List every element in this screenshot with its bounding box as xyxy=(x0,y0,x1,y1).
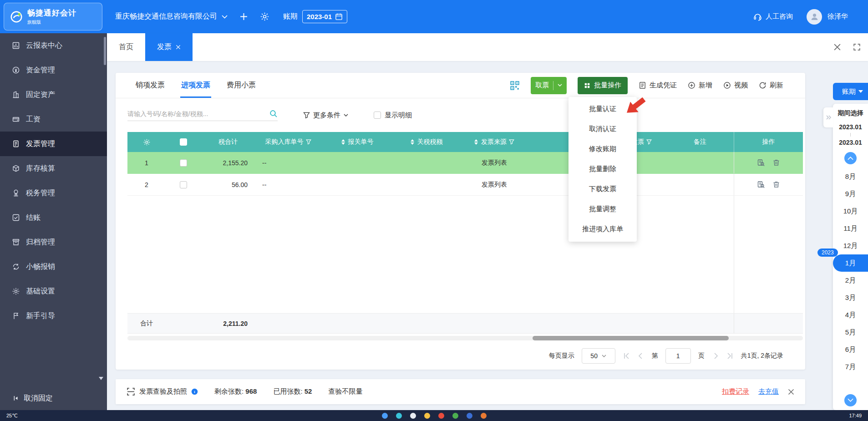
info-icon[interactable] xyxy=(191,388,198,395)
add-button[interactable]: 新增 xyxy=(688,81,712,90)
month-item[interactable]: 12月 xyxy=(833,237,868,254)
month-item[interactable]: 10月 xyxy=(833,203,868,220)
sidebar-item-cloud-report[interactable]: 云报表中心 xyxy=(0,33,107,58)
menu-item-batch-delete[interactable]: 批量删除 xyxy=(569,159,637,179)
view-invoice-icon[interactable] xyxy=(757,159,765,167)
sidebar-item-funds[interactable]: 资金管理 xyxy=(0,58,107,82)
column-settings-button[interactable] xyxy=(127,138,166,146)
month-item[interactable]: 2月 xyxy=(833,272,868,289)
taskbar-app-icon[interactable] xyxy=(467,413,472,419)
col-tax-total[interactable]: 税合计 xyxy=(201,138,255,146)
generate-voucher-button[interactable]: 生成凭证 xyxy=(639,81,677,90)
tab-close-icon[interactable] xyxy=(176,45,181,50)
month-item[interactable]: 11月 xyxy=(833,220,868,237)
tab-invoice[interactable]: 发票 xyxy=(145,33,193,61)
support-link[interactable]: 人工咨询 xyxy=(753,12,793,21)
last-page-button[interactable] xyxy=(726,352,734,360)
month-item[interactable]: 5月 xyxy=(833,324,868,341)
month-item[interactable]: 8月 xyxy=(833,168,868,185)
refresh-button[interactable]: 刷新 xyxy=(759,81,783,90)
recharge-link[interactable]: 去充值 xyxy=(758,387,779,396)
sidebar-item-inventory[interactable]: 库存核算 xyxy=(0,156,107,181)
sidebar-item-invoice[interactable]: 发票管理 xyxy=(0,132,107,156)
qr-code-icon[interactable] xyxy=(510,81,520,91)
header-settings-icon[interactable] xyxy=(260,12,269,21)
month-item[interactable]: 4月 xyxy=(833,306,868,324)
next-page-button[interactable] xyxy=(712,352,719,360)
sidebar-item-reimburse[interactable]: 小畅报销 xyxy=(0,254,107,279)
delete-icon[interactable] xyxy=(772,159,780,167)
sidebar-item-closing[interactable]: 结账 xyxy=(0,205,107,230)
scrollbar-thumb[interactable] xyxy=(533,336,728,340)
sort-icon[interactable] xyxy=(341,139,345,145)
period-end-date[interactable]: 2023.01 xyxy=(839,137,862,147)
sort-icon[interactable] xyxy=(411,139,414,145)
search-icon[interactable] xyxy=(269,110,278,118)
sidebar-scroll-down-icon[interactable] xyxy=(99,377,103,380)
filter-funnel-icon[interactable] xyxy=(509,139,514,145)
close-bar-icon[interactable] xyxy=(788,389,794,395)
video-button[interactable]: 视频 xyxy=(723,81,748,90)
taskbar-app-icon[interactable] xyxy=(481,413,487,419)
menu-item-cancel-certify[interactable]: 取消认证 xyxy=(569,119,637,139)
prev-page-button[interactable] xyxy=(637,352,645,360)
batch-operations-button[interactable]: 批量操作 xyxy=(578,77,628,94)
sidebar-item-salary[interactable]: 工资 xyxy=(0,107,107,132)
menu-item-download-invoice[interactable]: 下载发票 xyxy=(569,179,637,199)
subtab-expense-ticket[interactable]: 费用小票 xyxy=(218,73,264,98)
first-page-button[interactable] xyxy=(623,352,630,360)
page-number-input[interactable] xyxy=(665,348,691,364)
taskbar-app-icon[interactable] xyxy=(424,413,430,419)
view-invoice-icon[interactable] xyxy=(757,181,765,189)
taskbar-app-icon[interactable] xyxy=(438,413,444,419)
taskbar-clock[interactable]: 17:49 xyxy=(849,413,868,418)
subtab-purchase-invoice[interactable]: 进项发票 xyxy=(173,73,218,98)
menu-item-push-inbound[interactable]: 推进项入库单 xyxy=(569,219,637,239)
table-row[interactable]: 1 2,155.20 -- 发票列表 是 xyxy=(127,152,803,174)
sidebar-item-tax[interactable]: 税务管理 xyxy=(0,181,107,205)
fetch-invoice-button[interactable]: 取票 xyxy=(531,77,567,94)
subtab-sales-invoice[interactable]: 销项发票 xyxy=(127,73,173,98)
menu-item-modify-period[interactable]: 修改账期 xyxy=(569,139,637,159)
more-conditions-button[interactable]: 更多条件 xyxy=(303,111,348,120)
col-customs-no[interactable]: 报关单号 xyxy=(321,138,393,146)
month-item[interactable]: 9月 xyxy=(833,185,868,203)
menu-item-batch-adjust[interactable]: 批量调整 xyxy=(569,199,637,219)
month-item-selected[interactable]: 2023 1月 xyxy=(833,254,868,272)
taskbar-app-icon[interactable] xyxy=(382,413,388,419)
taskbar-app-icon[interactable] xyxy=(396,413,402,419)
col-source[interactable]: 发票来源 xyxy=(460,138,529,146)
show-detail-checkbox[interactable] xyxy=(374,112,381,119)
filter-funnel-icon[interactable] xyxy=(306,139,311,145)
sidebar-item-fixed-assets[interactable]: 固定资产 xyxy=(0,82,107,107)
period-start-date[interactable]: 2023.01 xyxy=(839,122,862,132)
month-item[interactable]: 7月 xyxy=(833,358,868,375)
show-detail-toggle[interactable]: 显示明细 xyxy=(374,111,412,120)
sort-icon[interactable] xyxy=(474,139,478,145)
taskbar-app-icon[interactable] xyxy=(452,413,458,419)
sidebar-item-archive[interactable]: 归档管理 xyxy=(0,230,107,254)
month-item[interactable]: 6月 xyxy=(833,341,868,358)
row-checkbox[interactable] xyxy=(180,159,187,167)
period-value-picker[interactable]: 2023-01 xyxy=(302,10,347,23)
filter-funnel-icon[interactable] xyxy=(646,139,652,145)
month-item[interactable]: 3月 xyxy=(833,289,868,306)
sidebar-item-settings[interactable]: 基础设置 xyxy=(0,279,107,304)
search-input[interactable] xyxy=(127,110,269,117)
fee-record-link[interactable]: 扣费记录 xyxy=(722,387,749,396)
table-row[interactable]: 2 56.00 -- 发票列表 是 xyxy=(127,174,803,196)
taskbar-weather[interactable]: 25℃ xyxy=(0,413,18,419)
header-checkbox[interactable] xyxy=(180,138,187,146)
col-purchase-order[interactable]: 采购入库单号 xyxy=(255,138,321,146)
per-page-select[interactable]: 50 xyxy=(582,348,615,364)
col-remark[interactable]: 备注 xyxy=(666,138,734,146)
row-checkbox[interactable] xyxy=(180,181,187,188)
taskbar-app-icon[interactable] xyxy=(410,413,416,419)
sidebar-scrollbar[interactable] xyxy=(104,37,106,65)
tab-home[interactable]: 首页 xyxy=(107,33,145,61)
scroll-up-button[interactable] xyxy=(844,152,857,164)
username[interactable]: 徐泽华 xyxy=(827,12,848,21)
scroll-down-button[interactable] xyxy=(844,394,857,406)
scan-section[interactable]: 发票查验及拍照 xyxy=(127,387,198,396)
unpin-button[interactable]: 取消固定 xyxy=(0,386,107,410)
